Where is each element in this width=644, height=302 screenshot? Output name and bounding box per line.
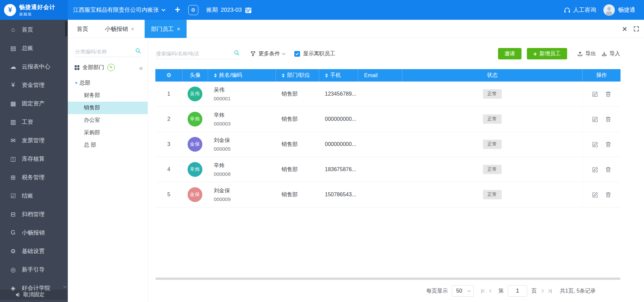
more-filters-button[interactable]: 更多条件 [250, 50, 285, 57]
column-header-avatar: 头像 [182, 69, 208, 82]
avatar: 辛炜 [188, 162, 202, 177]
sidebar-item-label: 基础设置 [22, 247, 45, 255]
sidebar-item[interactable]: ¥ 资金管理 [0, 76, 68, 94]
tab[interactable]: 小畅报销 × [99, 20, 141, 38]
close-icon[interactable]: × [622, 24, 627, 33]
import-button[interactable]: 导入 [601, 50, 620, 57]
tree-node[interactable]: 销售部 [68, 102, 148, 114]
tab-close-icon[interactable]: × [177, 26, 180, 32]
employee-code: 000008 [214, 171, 231, 177]
page-number-input[interactable] [508, 285, 527, 297]
edit-icon[interactable] [592, 116, 598, 122]
all-departments-row[interactable]: 全部部门 ✎ « [75, 64, 143, 71]
delete-icon[interactable] [605, 141, 611, 148]
tab[interactable]: 部门员工 × [145, 20, 187, 38]
edit-icon[interactable] [592, 91, 598, 97]
employee-code: 000009 [214, 196, 231, 202]
add-employee-button[interactable]: + 新增员工 [527, 48, 567, 59]
edit-icon[interactable] [592, 192, 598, 198]
search-icon[interactable] [234, 50, 240, 56]
filter-icon [250, 51, 256, 56]
company-selector[interactable]: 江西服宝精品有限责任公司内账张 [73, 6, 165, 14]
username[interactable]: 畅捷通 [618, 6, 635, 14]
fullscreen-icon[interactable] [633, 26, 639, 32]
sidebar-item[interactable]: ☑ 结账 [0, 187, 68, 205]
email-cell [358, 157, 402, 182]
period-value[interactable]: 2023-03 [221, 7, 242, 13]
sidebar-item-label: 归档管理 [22, 210, 45, 218]
invite-button[interactable]: 邀请 [498, 48, 522, 59]
tab[interactable]: 首页 [70, 20, 95, 38]
unpin-button[interactable]: 取消固定 [0, 290, 68, 300]
sort-icon[interactable] [325, 73, 328, 78]
user-avatar[interactable] [603, 4, 615, 16]
chevron-down-icon [282, 51, 286, 55]
collapse-panel-icon[interactable]: « [139, 64, 143, 71]
delete-icon[interactable] [605, 192, 611, 198]
tab-close-icon[interactable]: × [131, 26, 134, 32]
tree-node[interactable]: 总 部 [68, 139, 148, 151]
sidebar-item[interactable]: ⊟ 归档管理 [0, 205, 68, 223]
app-window: ¥ 畅捷通好会计 旗舰版 江西服宝精品有限责任公司内账张 + ⚙ 账期 2023… [0, 0, 644, 302]
sort-icon[interactable] [214, 73, 217, 78]
horizontal-scrollbar[interactable] [155, 278, 621, 280]
edit-department-icon[interactable]: ✎ [107, 64, 115, 71]
add-account-button[interactable]: + [175, 5, 180, 14]
show-resigned-checkbox[interactable] [294, 51, 300, 57]
department-search-input[interactable] [75, 46, 142, 57]
tree-node[interactable]: 财务部 [68, 89, 148, 102]
sidebar-item[interactable]: ▥ 工资 [0, 113, 68, 131]
sidebar-item[interactable]: ⊞ 税务管理 [0, 168, 68, 187]
sidebar-item[interactable]: G 小畅报销 [0, 223, 68, 242]
tree-node-label: 采购部 [84, 129, 100, 136]
column-header-dept-title: 部门/职位 [276, 69, 319, 82]
column-settings-icon[interactable]: ⚙ [166, 72, 171, 79]
calendar-icon[interactable] [245, 6, 252, 14]
sidebar-item[interactable]: ⌂ 首页 [0, 20, 68, 39]
sidebar-item[interactable]: ◫ 库存核算 [0, 150, 68, 168]
table-row[interactable]: 2 辛炜 辛炜 000003 销售部 000000000... 正常 [155, 107, 621, 132]
delete-icon[interactable] [605, 166, 611, 173]
department-cell: 销售部 [276, 107, 319, 132]
sidebar-item[interactable]: ◎ 新手引导 [0, 260, 68, 279]
tree-node-root[interactable]: ▾ 总部 [68, 77, 148, 89]
employee-search-input[interactable] [155, 48, 240, 59]
tree-node[interactable]: 采购部 [68, 127, 148, 139]
export-button[interactable]: 导出 [577, 50, 596, 57]
tree-node[interactable]: 办公室 [68, 114, 148, 127]
last-page-button[interactable] [547, 289, 552, 293]
caret-down-icon[interactable]: ▾ [75, 81, 77, 85]
sidebar-item[interactable]: ☁ 云报表中心 [0, 57, 68, 76]
table-row[interactable]: 4 辛炜 辛炜 000008 销售部 183675876... 正常 [155, 157, 621, 182]
table-row[interactable]: 1 吴伟 吴伟 000001 销售部 123456789... 正常 [155, 82, 621, 107]
sidebar-scrollbar[interactable] [65, 21, 67, 37]
sort-icon[interactable] [282, 73, 285, 78]
search-icon[interactable] [135, 48, 141, 54]
prev-page-button[interactable] [490, 290, 492, 292]
home-icon: ⌂ [9, 26, 17, 33]
delete-icon[interactable] [605, 116, 611, 122]
delete-icon[interactable] [605, 91, 611, 97]
sidebar-item-label: 首页 [22, 26, 33, 34]
table-row[interactable]: 5 金保 刘金保 000009 销售部 150786543... 正常 [155, 182, 621, 207]
sidebar-item[interactable]: ▦ 固定资产 [0, 94, 68, 113]
edit-icon[interactable] [592, 141, 598, 148]
first-page-button[interactable] [481, 289, 486, 293]
brand-logo[interactable]: ¥ 畅捷通好会计 旗舰版 [0, 0, 68, 20]
next-page-button[interactable] [541, 290, 543, 292]
support-button[interactable]: 人工咨询 [564, 6, 596, 14]
sidebar-item[interactable]: ▤ 总账 [0, 39, 68, 57]
sidebar-item[interactable]: ✉ 发票管理 [0, 131, 68, 150]
show-resigned-toggle[interactable]: 显示离职员工 [294, 50, 335, 57]
page-size-select[interactable]: 50 [452, 285, 474, 297]
sidebar-item[interactable]: ⚙ 基础设置 [0, 242, 68, 260]
name-code-cell: 辛炜 000003 [208, 107, 276, 132]
status-badge: 正常 [483, 165, 502, 174]
edit-icon[interactable] [592, 166, 598, 173]
sidebar-item-label: 新手引导 [22, 266, 45, 273]
sidebar-item-label: 资金管理 [22, 81, 45, 89]
tree-node-label: 销售部 [84, 104, 100, 111]
table-row[interactable]: 3 金保 刘金保 000005 销售部 000000000... 正常 [155, 132, 621, 157]
account-settings-icon[interactable]: ⚙ [188, 5, 198, 15]
export-label: 导出 [585, 50, 596, 57]
